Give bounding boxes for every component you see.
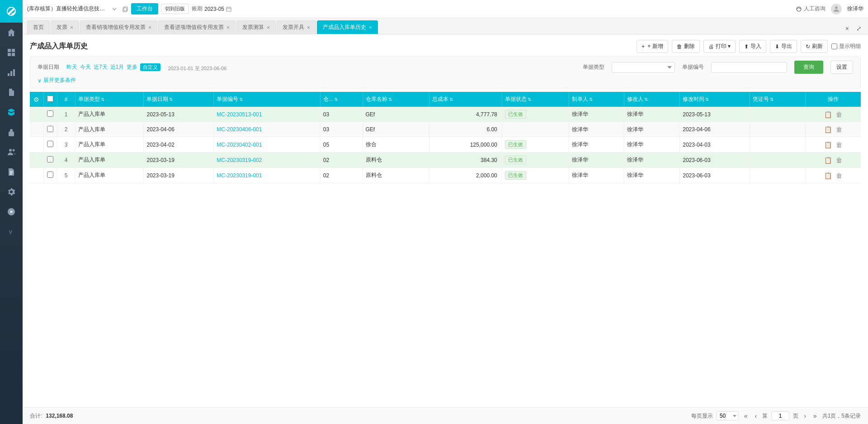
cell-number[interactable]: MC-20230319-002	[214, 152, 320, 168]
today-shortcut[interactable]: 今天	[80, 63, 91, 71]
number-link[interactable]: MC-20230513-001	[217, 111, 262, 118]
expand-more[interactable]: ∨ 展开更多条件	[38, 76, 853, 84]
tab-invoice-open[interactable]: 发票开具 ×	[277, 20, 316, 34]
number-link[interactable]: MC-20230402-001	[217, 142, 262, 148]
th-number[interactable]: 单据编号⇅	[214, 92, 320, 107]
close-all-tabs-button[interactable]: ×	[844, 23, 851, 34]
tab-invoice-calc[interactable]: 发票测算 ×	[236, 20, 276, 34]
tab-home[interactable]: 首页	[27, 20, 50, 34]
cell-checkbox[interactable]	[43, 152, 57, 168]
tab-invoice[interactable]: 发票 ×	[51, 20, 79, 34]
th-warehouse-name[interactable]: 仓库名称⇅	[363, 92, 429, 107]
filter-settings-button[interactable]: 设置	[830, 61, 853, 74]
page-number-input[interactable]	[771, 411, 789, 420]
switch-version-button[interactable]: 切到旧版	[161, 4, 189, 14]
sidebar-item-file[interactable]	[0, 82, 23, 102]
th-voucher[interactable]: 凭证号⇅	[750, 92, 806, 107]
th-status[interactable]: 单据状态⇅	[502, 92, 569, 107]
row-checkbox[interactable]	[47, 172, 53, 178]
number-link[interactable]: MC-20230406-001	[217, 126, 262, 133]
sidebar-item-version[interactable]: V	[0, 222, 23, 242]
view-button[interactable]: 📋	[823, 156, 833, 164]
last-page-button[interactable]: »	[811, 411, 819, 420]
cell-number[interactable]: MC-20230513-001	[214, 107, 320, 122]
show-detail-checkbox[interactable]	[831, 43, 837, 49]
cell-checkbox[interactable]	[43, 122, 57, 137]
more-shortcut[interactable]: 更多	[127, 63, 137, 71]
sidebar-item-users[interactable]	[0, 142, 23, 162]
delete-row-button[interactable]: 🗑	[835, 110, 844, 119]
sidebar-item-home[interactable]	[0, 23, 23, 43]
search-button[interactable]: 查询	[794, 61, 823, 74]
number-link[interactable]: MC-20230319-001	[217, 172, 262, 179]
type-filter-select[interactable]: 产品入库单	[612, 62, 675, 73]
sidebar-item-chart[interactable]	[0, 62, 23, 82]
month-shortcut[interactable]: 近1月	[110, 63, 124, 71]
col-settings[interactable]: ⚙	[30, 92, 43, 107]
tab-close-product-history[interactable]: ×	[369, 24, 372, 31]
yesterday-shortcut[interactable]: 昨天	[66, 63, 77, 71]
view-button[interactable]: 📋	[823, 125, 833, 133]
cell-checkbox[interactable]	[43, 107, 57, 122]
sidebar-item-play[interactable]	[0, 202, 23, 222]
th-date[interactable]: 单据日期⇅	[144, 92, 214, 107]
sidebar-item-document[interactable]	[0, 162, 23, 182]
row-checkbox[interactable]	[47, 141, 53, 147]
cell-checkbox[interactable]	[43, 137, 57, 152]
cell-checkbox[interactable]	[43, 168, 57, 183]
delete-row-button[interactable]: 🗑	[835, 141, 844, 149]
number-filter-input[interactable]	[711, 62, 787, 73]
tab-check-purchase[interactable]: 查看进项增值税专用发票 ×	[158, 20, 236, 34]
new-button[interactable]: + + 新增	[637, 40, 668, 53]
col-select-all[interactable]	[43, 92, 57, 107]
next-page-button[interactable]: ›	[802, 411, 808, 420]
first-page-button[interactable]: «	[742, 411, 750, 420]
custom-shortcut[interactable]: 自定义	[140, 63, 160, 71]
delete-row-button[interactable]: 🗑	[835, 125, 844, 133]
delete-row-button[interactable]: 🗑	[835, 156, 844, 164]
sidebar-item-grid[interactable]	[0, 43, 23, 62]
th-type[interactable]: 单据类型⇅	[75, 92, 144, 107]
delete-button[interactable]: 🗑 删除	[672, 40, 700, 53]
tab-check-sales[interactable]: 查看销项增值税专用发票 ×	[80, 20, 157, 34]
refresh-button[interactable]: ↻ 刷新	[801, 40, 828, 53]
select-all-checkbox[interactable]	[47, 95, 53, 102]
username[interactable]: 徐泽华	[847, 5, 863, 13]
sidebar-item-box[interactable]	[0, 102, 23, 122]
row-checkbox[interactable]	[47, 126, 53, 132]
export-button[interactable]: ⬇ 导出	[770, 40, 797, 53]
tab-close-check-purchase[interactable]: ×	[226, 24, 230, 31]
user-service[interactable]: 人工咨询	[796, 5, 826, 13]
sidebar-item-lock[interactable]	[0, 122, 23, 142]
tab-close-invoice[interactable]: ×	[70, 24, 73, 31]
import-button[interactable]: ⬆ 导入	[739, 40, 766, 53]
view-button[interactable]: 📋	[823, 172, 833, 180]
cell-number[interactable]: MC-20230402-001	[214, 137, 320, 152]
cell-number[interactable]: MC-20230319-001	[214, 168, 320, 183]
prev-page-button[interactable]: ‹	[753, 411, 759, 420]
cell-number[interactable]: MC-20230406-001	[214, 122, 320, 137]
calendar-icon[interactable]	[226, 6, 231, 12]
week-shortcut[interactable]: 近7天	[94, 63, 108, 71]
company-dropdown-icon[interactable]	[111, 6, 118, 12]
per-page-select[interactable]: 50 100 200	[717, 411, 739, 420]
sidebar-item-settings[interactable]	[0, 182, 23, 202]
tab-close-invoice-calc[interactable]: ×	[267, 24, 270, 31]
number-link[interactable]: MC-20230319-002	[217, 157, 262, 163]
row-checkbox[interactable]	[47, 110, 53, 117]
app-logo[interactable]	[0, 0, 23, 23]
tab-product-history[interactable]: 产成品入库单历史 ×	[317, 20, 378, 34]
delete-row-button[interactable]: 🗑	[835, 172, 844, 180]
copy-icon[interactable]	[122, 6, 128, 12]
th-modify-time[interactable]: 修改时间⇅	[680, 92, 750, 107]
th-total-cost[interactable]: 总成本⇅	[429, 92, 502, 107]
th-warehouse-code[interactable]: 仓...⇅	[320, 92, 363, 107]
view-button[interactable]: 📋	[823, 141, 833, 149]
th-modifier[interactable]: 修改人⇅	[624, 92, 680, 107]
row-checkbox[interactable]	[47, 156, 53, 162]
tab-close-check-sales[interactable]: ×	[148, 24, 151, 31]
column-settings-button[interactable]: ⚙	[33, 96, 39, 103]
view-button[interactable]: 📋	[823, 110, 833, 119]
print-button[interactable]: 🖨 打印 ▾	[703, 40, 736, 53]
th-creator[interactable]: 制单人⇅	[569, 92, 624, 107]
